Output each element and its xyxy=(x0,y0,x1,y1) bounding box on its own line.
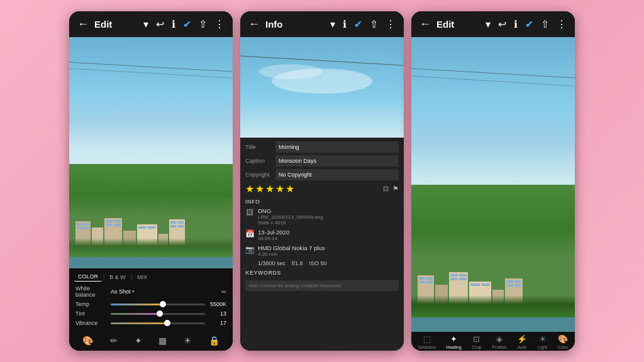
star-1[interactable]: ★ xyxy=(245,183,254,195)
unflag-icon[interactable]: ⊡ xyxy=(383,185,389,193)
lock-icon[interactable]: 🔒 xyxy=(209,336,219,346)
caption-field-row: Caption xyxy=(245,155,399,167)
tools-row: ⬚ Selection ✦ Healing ⊡ Crop ◈ Profiles … xyxy=(411,332,575,351)
file-info-row: 🖼 DNG LRM_20200713_085938.dng 5888 × 401… xyxy=(245,207,399,226)
flag-icons: ⊡ ⚑ xyxy=(383,185,399,193)
tint-slider[interactable] xyxy=(111,313,205,315)
panel3-dropdown[interactable]: ▾ xyxy=(484,17,492,31)
temp-slider-row: Temp 5500K xyxy=(75,301,226,307)
tint-value: 13 xyxy=(208,310,226,317)
panel2-back[interactable]: ← xyxy=(247,16,262,32)
vibrance-thumb[interactable] xyxy=(164,320,170,326)
keywords-input[interactable] xyxy=(245,280,399,291)
info-bottom: Title Caption Copyright ★ ★ ★ ★ ★ ⊡ ⚑ xyxy=(240,138,404,351)
tool-light[interactable]: ☀ Light xyxy=(538,334,547,349)
camera-row: 📷 HMD Global Nokia 7 plus 4.20 mm xyxy=(245,244,399,257)
title-label: Title xyxy=(245,144,273,150)
buildings-layer-3 xyxy=(411,185,575,332)
temp-thumb[interactable] xyxy=(160,301,166,307)
panel3-share[interactable]: ⇧ xyxy=(539,17,551,31)
stars-row: ★ ★ ★ ★ ★ ⊡ ⚑ xyxy=(245,183,399,195)
sun-icon[interactable]: ☀ xyxy=(184,336,192,346)
info-icon[interactable]: ℹ xyxy=(170,17,177,31)
tint-slider-row: Tint 13 xyxy=(75,310,226,317)
flag-icon[interactable]: ⚑ xyxy=(392,185,399,193)
panel1-header: ← Edit ▾ ↩ ℹ ✔ ⇧ ⋮ xyxy=(69,11,233,37)
tool-profiles[interactable]: ◈ Profiles xyxy=(492,334,506,349)
panel2-dropdown[interactable]: ▾ xyxy=(328,17,337,31)
wb-edit-icon[interactable]: ✏ xyxy=(221,288,226,295)
bottom-icons-row: 🎨 ✏ ✦ ▦ ☀ 🔒 xyxy=(72,333,230,347)
title-input[interactable] xyxy=(275,141,399,153)
caption-input[interactable] xyxy=(275,155,399,167)
tab-color[interactable]: COLOR xyxy=(74,272,102,282)
panel2-confirm[interactable]: ✔ xyxy=(352,17,364,31)
tint-label: Tint xyxy=(75,310,108,317)
tint-thumb[interactable] xyxy=(157,310,163,317)
exif-row: 1/3800 sec f/1.8 ISO 50 xyxy=(245,260,399,266)
more-icon[interactable]: ⋮ xyxy=(213,17,226,31)
trees xyxy=(69,238,233,257)
photo-area-3 xyxy=(411,37,575,332)
copyright-label: Copyright xyxy=(245,172,273,178)
wb-label: White balance xyxy=(75,285,108,298)
panel-1-edit: ← Edit ▾ ↩ ℹ ✔ ⇧ ⋮ xyxy=(69,11,233,351)
star-5[interactable]: ★ xyxy=(286,183,294,195)
panel2-more[interactable]: ⋮ xyxy=(384,17,397,31)
effects-icon[interactable]: ✦ xyxy=(135,336,142,346)
panel3-info[interactable]: ℹ xyxy=(512,17,519,31)
panel3-confirm[interactable]: ✔ xyxy=(523,17,535,31)
buildings-layer xyxy=(69,164,233,268)
vibrance-slider-row: Vibrance 17 xyxy=(75,320,226,326)
vibrance-slider[interactable] xyxy=(111,322,205,324)
star-3[interactable]: ★ xyxy=(265,183,274,195)
profiles-icon: ◈ xyxy=(496,334,502,344)
iso-value: ISO 50 xyxy=(309,260,327,266)
undo-button[interactable]: ↩ xyxy=(154,17,166,31)
tool-color[interactable]: 🎨 Color xyxy=(558,334,569,349)
camera-name: HMD Global Nokia 7 plus xyxy=(258,244,325,251)
file-name: LRM_20200713_085938.dng xyxy=(258,214,323,220)
panel3-more[interactable]: ⋮ xyxy=(555,17,569,31)
photo-area-2 xyxy=(240,37,404,138)
share-icon[interactable]: ⇧ xyxy=(197,17,209,31)
star-4[interactable]: ★ xyxy=(275,183,284,195)
sky-layer xyxy=(69,37,233,176)
copyright-field-row: Copyright xyxy=(245,169,399,180)
tool-healing[interactable]: ✦ Healing xyxy=(447,334,462,349)
copyright-input[interactable] xyxy=(275,169,399,180)
lens-value: 4.20 mm xyxy=(258,251,325,257)
wb-dropdown[interactable]: ▾ xyxy=(132,289,135,294)
auto-icon: ⚡ xyxy=(517,334,527,344)
dropdown-icon[interactable]: ▾ xyxy=(142,17,150,31)
keywords-title: KEYWORDS xyxy=(245,270,399,276)
tool-auto[interactable]: ⚡ Auto xyxy=(517,334,527,349)
temp-slider[interactable] xyxy=(111,304,205,305)
brush-icon[interactable]: ✏ xyxy=(110,336,118,346)
back-button[interactable]: ← xyxy=(75,16,91,32)
slider-section: White balance As Shot ▾ ✏ Temp 5500K Tin… xyxy=(72,285,230,329)
tab-mix[interactable]: MIX xyxy=(133,273,151,282)
tool-selection[interactable]: ⬚ Selection xyxy=(418,334,436,349)
aperture-value: f/1.8 xyxy=(292,260,303,266)
crop-icon: ⊡ xyxy=(473,334,480,344)
tool-crop[interactable]: ⊡ Crop xyxy=(472,334,481,349)
calendar-icon: 📅 xyxy=(245,229,254,238)
panel3-undo[interactable]: ↩ xyxy=(496,17,508,31)
panel2-info[interactable]: ℹ xyxy=(341,17,348,31)
tab-bw[interactable]: B & W xyxy=(106,273,130,282)
panel3-back[interactable]: ← xyxy=(418,16,433,32)
healing-icon: ✦ xyxy=(450,334,457,344)
star-rating[interactable]: ★ ★ ★ ★ ★ xyxy=(245,183,294,195)
temp-value: 5500K xyxy=(208,301,226,307)
light-icon: ☀ xyxy=(539,334,547,344)
panel2-share[interactable]: ⇧ xyxy=(368,17,380,31)
confirm-icon[interactable]: ✔ xyxy=(181,17,193,31)
filter-icon[interactable]: ▦ xyxy=(158,336,167,346)
vibrance-label: Vibrance xyxy=(75,320,108,326)
color-adjust-icon[interactable]: 🎨 xyxy=(82,336,93,346)
panel2-header: ← Info ▾ ℹ ✔ ⇧ ⋮ xyxy=(240,11,404,37)
info-section-title: INFO xyxy=(245,199,399,205)
vibrance-value: 17 xyxy=(208,320,226,326)
star-2[interactable]: ★ xyxy=(255,183,264,195)
